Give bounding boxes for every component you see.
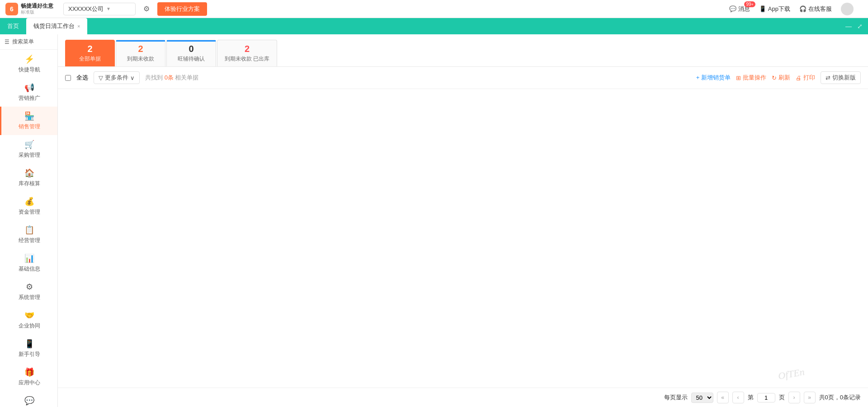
result-prefix: 共找到 <box>145 74 163 81</box>
filter-button[interactable]: ▽ 更多条件 ∨ <box>94 71 140 84</box>
page-suffix: 页 <box>779 393 785 402</box>
notification-badge: 99+ <box>744 1 755 7</box>
last-page-button[interactable]: » <box>804 392 816 403</box>
sidebar-item-wechat[interactable]: 💬 企业微信 <box>0 391 57 407</box>
sidebar-label-sales: 销售管理 <box>19 123 40 131</box>
result-count: 0条 <box>165 74 174 81</box>
company-selector[interactable]: XXXXXX公司 ▼ <box>63 3 136 15</box>
mobile-icon: 📱 <box>24 339 34 349</box>
tab-all-label: 全部单据 <box>79 55 101 63</box>
sidebar-label-guide: 新手引导 <box>19 351 40 358</box>
progress-bar-2 <box>167 40 216 42</box>
status-tabs: 2 全部单据 2 到期未收款 0 旺辅待确认 2 到期未收款 已出库 <box>58 34 868 67</box>
lightning-icon: ⚡ <box>24 54 34 64</box>
logo-icon: 6 <box>5 3 18 15</box>
sidebar-item-operations[interactable]: 📋 经营管理 <box>0 220 57 249</box>
notification-button[interactable]: 💬 消息 99+ <box>729 5 750 13</box>
select-all-checkbox[interactable] <box>65 75 71 81</box>
nav-minimize-icon[interactable]: — <box>845 23 852 30</box>
search-menu-item[interactable]: ☰ 搜索菜单 <box>0 34 57 50</box>
add-order-button[interactable]: + 新增销货单 <box>696 74 731 82</box>
tab-close-icon[interactable]: × <box>77 23 80 29</box>
tab-overdue-count: 2 <box>138 44 143 54</box>
select-all-label: 全选 <box>76 74 88 82</box>
warehouse-icon: 🏠 <box>24 168 34 178</box>
search-menu-label: 搜索菜单 <box>12 38 34 46</box>
app-download-label: App下载 <box>768 5 790 13</box>
megaphone-icon: 📢 <box>24 83 34 93</box>
database-icon: 📊 <box>24 253 34 263</box>
tab-wangwang-confirm[interactable]: 0 旺辅待确认 <box>166 40 216 66</box>
sidebar-item-purchase[interactable]: 🛒 采购管理 <box>0 135 57 164</box>
app-download-icon: 📱 <box>759 5 766 12</box>
tab-overdue-uncollected[interactable]: 2 到期未收款 <box>116 40 165 66</box>
next-page-button[interactable]: › <box>788 392 800 403</box>
system-icon: ⚙ <box>26 282 33 292</box>
filter-label: 更多条件 <box>105 74 128 82</box>
message-icon: 💬 <box>729 5 736 12</box>
sidebar-label-enterprise: 企业协同 <box>19 322 40 330</box>
sidebar-item-app-center[interactable]: 🎁 应用中心 <box>0 363 57 391</box>
page-number-input[interactable] <box>757 393 775 402</box>
sidebar-label-system: 系统管理 <box>19 294 40 301</box>
table-area <box>58 89 868 388</box>
sidebar-item-enterprise[interactable]: 🤝 企业协同 <box>0 306 57 334</box>
page-label: 第 <box>748 393 754 402</box>
tab-overdue-unshipped[interactable]: 2 到期未收款 已出库 <box>217 40 277 66</box>
page-size-select[interactable]: 50 <box>691 393 713 403</box>
refresh-icon: ↻ <box>772 75 777 81</box>
logo-sub: 标准版 <box>21 9 53 15</box>
result-suffix: 相关单据 <box>175 74 198 81</box>
per-page-label: 每页显示 <box>664 393 688 402</box>
app-download-button[interactable]: 📱 App下载 <box>759 5 790 13</box>
trial-button[interactable]: 体验行业方案 <box>157 2 207 16</box>
tab-unshipped-count: 2 <box>245 44 250 54</box>
sidebar-item-finance[interactable]: 💰 资金管理 <box>0 192 57 220</box>
pagination: 每页显示 50 « ‹ 第 页 › » 共0页，0条记录 <box>58 388 868 407</box>
search-icon: ☰ <box>5 39 9 45</box>
print-button[interactable]: 🖨 打印 <box>796 74 815 82</box>
refresh-button[interactable]: ↻ 刷新 <box>772 74 790 82</box>
sidebar-item-guide[interactable]: 📱 新手引导 <box>0 334 57 363</box>
toolbar: 全选 ▽ 更多条件 ∨ 共找到 0条 相关单据 + 新增销货单 ⊞ 批量操作 <box>58 67 868 89</box>
content-area: 2 全部单据 2 到期未收款 0 旺辅待确认 2 到期未收款 已出库 全选 <box>58 34 868 407</box>
settings-button[interactable]: ⚙ <box>139 2 154 16</box>
online-service-button[interactable]: 🎧 在线客服 <box>799 5 832 13</box>
tab-all-orders[interactable]: 2 全部单据 <box>65 40 115 66</box>
avatar[interactable] <box>841 3 854 15</box>
tab-wangwang-count: 0 <box>189 44 193 54</box>
money-icon: 💰 <box>24 196 34 206</box>
first-page-button[interactable]: « <box>717 392 729 403</box>
sidebar-item-quick-nav[interactable]: ⚡ 快捷导航 <box>0 50 57 78</box>
nav-maximize-icon[interactable]: ⤢ <box>857 23 863 30</box>
top-right-area: 💬 消息 99+ 📱 App下载 🎧 在线客服 <box>729 3 863 15</box>
switch-icon: ⇄ <box>826 75 830 81</box>
sidebar-label-purchase: 采购管理 <box>19 151 40 159</box>
prev-page-button[interactable]: ‹ <box>732 392 744 403</box>
logo-area: 6 畅捷通好生意 标准版 <box>5 3 63 15</box>
sidebar-item-system[interactable]: ⚙ 系统管理 <box>0 277 57 306</box>
tab-home[interactable]: 首页 <box>0 18 26 34</box>
chevron-down-icon: ▼ <box>106 6 111 11</box>
sidebar-item-marketing[interactable]: 📢 营销推广 <box>0 78 57 107</box>
tab-unshipped-label: 到期未收款 已出库 <box>225 55 269 63</box>
store-icon: 🏪 <box>24 111 34 121</box>
tab-overdue-label: 到期未收款 <box>127 55 154 63</box>
sidebar-item-inventory[interactable]: 🏠 库存核算 <box>0 164 57 192</box>
sidebar-item-sales[interactable]: 🏪 销售管理 <box>0 107 57 135</box>
progress-bar <box>116 40 165 42</box>
main-layout: ☰ 搜索菜单 ⚡ 快捷导航 📢 营销推广 🏪 销售管理 🛒 采购管理 🏠 库存核… <box>0 34 868 407</box>
tab-all-count: 2 <box>87 44 92 54</box>
switch-version-button[interactable]: ⇄ 切换新版 <box>821 71 861 84</box>
sidebar-item-basic-info[interactable]: 📊 基础信息 <box>0 249 57 277</box>
batch-operation-button[interactable]: ⊞ 批量操作 <box>736 74 766 82</box>
sidebar-label-marketing: 营销推广 <box>19 94 40 102</box>
tab-wangwang-label: 旺辅待确认 <box>178 55 205 63</box>
online-service-label: 在线客服 <box>808 5 832 13</box>
cart-icon: 🛒 <box>24 140 34 150</box>
logo-text: 畅捷通好生意 标准版 <box>21 3 53 14</box>
tab-workbench[interactable]: 钱货日清工作台 × <box>26 18 87 34</box>
handshake-icon: 🤝 <box>24 310 34 320</box>
switch-label: 切换新版 <box>832 74 856 82</box>
sidebar-label-finance: 资金管理 <box>19 208 40 216</box>
